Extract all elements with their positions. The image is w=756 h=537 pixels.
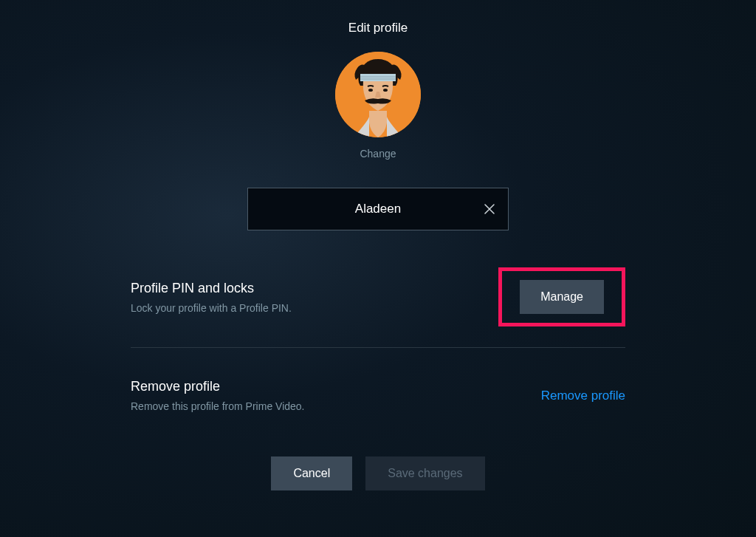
pin-setting-row: Profile PIN and locks Lock your profile … (131, 267, 625, 347)
avatar-image[interactable] (335, 52, 421, 137)
pin-desc: Lock your profile with a Profile PIN. (131, 302, 498, 314)
save-button[interactable]: Save changes (365, 456, 484, 490)
svg-point-1 (368, 89, 373, 92)
remove-desc: Remove this profile from Prime Video. (131, 400, 541, 412)
change-avatar-link[interactable]: Change (360, 148, 396, 160)
pin-title: Profile PIN and locks (131, 281, 498, 296)
manage-button[interactable]: Manage (520, 280, 604, 314)
pin-setting-text: Profile PIN and locks Lock your profile … (131, 281, 498, 314)
profile-name-input[interactable] (247, 188, 509, 230)
manage-highlight-box: Manage (498, 267, 625, 326)
clear-name-icon[interactable] (484, 203, 495, 215)
remove-setting-text: Remove profile Remove this profile from … (131, 379, 541, 412)
edit-profile-panel: Edit profile (0, 0, 756, 490)
remove-setting-row: Remove profile Remove this profile from … (131, 348, 625, 412)
name-input-wrap (247, 188, 509, 230)
svg-point-2 (383, 89, 388, 92)
remove-profile-link[interactable]: Remove profile (541, 389, 625, 403)
settings-list: Profile PIN and locks Lock your profile … (131, 267, 625, 412)
page-title: Edit profile (348, 21, 408, 35)
avatar-section: Change (335, 52, 421, 160)
footer-buttons: Cancel Save changes (271, 456, 484, 490)
cancel-button[interactable]: Cancel (271, 456, 352, 490)
remove-title: Remove profile (131, 379, 541, 394)
